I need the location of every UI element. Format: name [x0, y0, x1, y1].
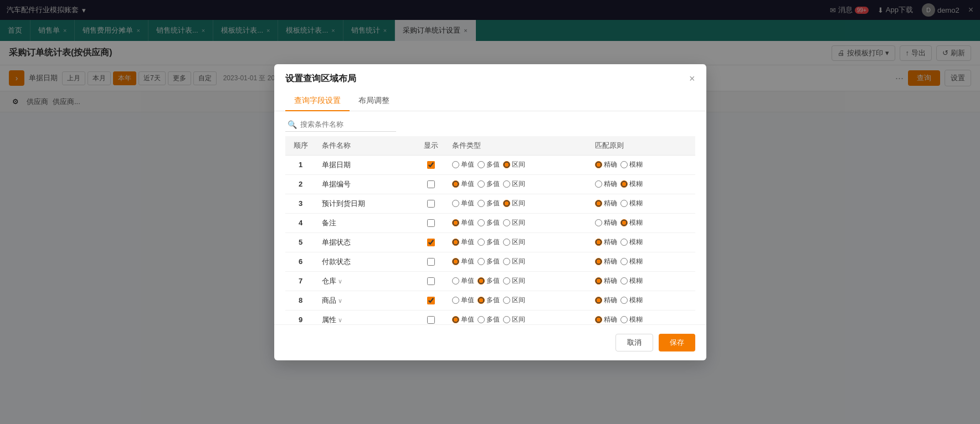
search-row: 🔍	[274, 111, 706, 113]
dialog: 设置查询区域布局 × 查询字段设置 布局调整 🔍 顺序 条件名称	[274, 64, 706, 113]
dialog-header: 设置查询区域布局 ×	[274, 64, 706, 85]
dialog-title: 设置查询区域布局	[285, 73, 356, 85]
dialog-overlay: 设置查询区域布局 × 查询字段设置 布局调整 🔍 顺序 条件名称	[0, 0, 980, 112]
dialog-close-button[interactable]: ×	[689, 73, 695, 85]
tab-query-fields[interactable]: 查询字段设置	[285, 91, 350, 111]
tab-layout[interactable]: 布局调整	[350, 91, 398, 111]
dialog-tabs: 查询字段设置 布局调整	[274, 85, 706, 111]
